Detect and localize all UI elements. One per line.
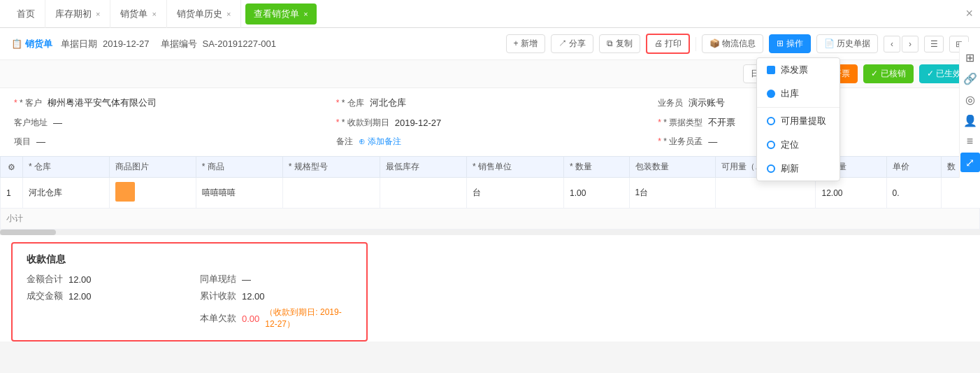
tab-view-sales-close[interactable]: × — [303, 10, 308, 18]
new-button[interactable]: + 新增 — [506, 34, 545, 53]
tab-home[interactable]: 首页 — [7, 0, 45, 28]
main-content: 📋 销货单 单据日期 2019-12-27 单据编号 SA-20191227-0… — [0, 28, 980, 342]
number-label: 单据编号 SA-20191227-001 — [161, 38, 277, 50]
address-value: — — [53, 118, 62, 128]
note-label: 备注 — [336, 136, 353, 148]
customer-row: * 客户 柳州粤港平安气体有限公司 — [14, 97, 322, 109]
row-unit: 台 — [466, 178, 563, 209]
sidebar-grid-icon[interactable]: ⊞ — [960, 48, 980, 67]
product-image — [115, 182, 135, 202]
accumulated-value: 12.00 — [242, 291, 265, 302]
row-num: 1 — [1, 178, 23, 209]
address-row: 客户地址 — — [14, 116, 322, 129]
payment-title: 收款信息 — [27, 253, 352, 266]
sidebar-circle-icon[interactable]: ◎ — [960, 90, 980, 109]
tab-sales-history-close[interactable]: × — [226, 10, 231, 18]
warehouse-row: * 仓库 河北仓库 — [336, 97, 644, 109]
col-price: 单价 — [886, 157, 941, 178]
add-note-button[interactable]: ⊕ 添加备注 — [359, 136, 401, 148]
view-toggle-1[interactable]: ☰ — [924, 36, 944, 52]
operations-button[interactable]: ⊞ 操作 — [769, 34, 810, 53]
row-img — [109, 178, 196, 209]
date-label: 单据日期 2019-12-27 — [61, 38, 150, 50]
col-settings: ⚙ — [1, 157, 23, 178]
total-value: 12.00 — [69, 274, 92, 285]
col-spec: * 规格型号 — [282, 157, 380, 178]
operations-dropdown: 添发票 出库 可用量提取 定位 刷新 — [756, 57, 840, 181]
project-label: 项目 — [14, 136, 31, 148]
row-min-stock — [380, 178, 466, 209]
table-scrollbar[interactable] — [0, 230, 980, 235]
share-button[interactable]: ↗ 分享 — [551, 34, 593, 53]
tab-inventory[interactable]: 库存期初 × — [45, 0, 110, 28]
customer-value: 柳州粤港平安气体有限公司 — [48, 97, 157, 109]
col-img: 商品图片 — [109, 157, 196, 178]
deal-label: 成交金额 — [27, 290, 63, 302]
warehouse-value: 河北仓库 — [370, 97, 406, 109]
address-label: 客户地址 — [14, 117, 48, 129]
menu-locate[interactable]: 定位 — [757, 133, 840, 157]
menu-add-invoice[interactable]: 添发票 — [757, 58, 840, 82]
sidebar-user-icon[interactable]: 👤 — [960, 111, 980, 130]
staff-label: 业务员 — [658, 97, 683, 109]
due-label: 本单欠款 — [200, 312, 236, 325]
doc-icon: 📋 — [11, 38, 22, 49]
total-label: 金额合计 — [27, 273, 63, 286]
menu-outbound[interactable]: 出库 — [757, 82, 840, 106]
tab-bar: 首页 库存期初 × 销货单 × 销货单历史 × 查看销货单 × × — [0, 0, 980, 28]
scrollbar-thumb[interactable] — [0, 230, 56, 235]
row-spec — [282, 178, 380, 209]
refresh-icon — [767, 164, 775, 173]
col-min-stock: 最低库存 — [380, 157, 466, 178]
row-product: 嘻嘻嘻嘻 — [196, 178, 282, 209]
staff2-value: — — [708, 136, 717, 147]
accumulated-row: 累计收款 12.00 — [200, 290, 352, 302]
table-row: 1 河北仓库 嘻嘻嘻嘻 台 1.00 1台 12.00 0. — [1, 178, 980, 209]
add-invoice-icon — [767, 66, 775, 74]
sidebar-expand-icon[interactable]: ⤢ — [960, 153, 980, 172]
tab-sales[interactable]: 销货单 × — [110, 0, 166, 28]
menu-refresh[interactable]: 刷新 — [757, 157, 840, 181]
same-order-label: 同单现结 — [200, 273, 236, 286]
payment-grid: 金额合计 12.00 成交金额 12.00 同单现结 — 累计收款 12.00 — [27, 273, 352, 330]
subtotal-row: 小计 — [1, 209, 980, 230]
subtotal-label: 小计 — [1, 209, 980, 230]
col-product: * 商品 — [196, 157, 282, 178]
confirmed-button[interactable]: ✓ 已核销 — [863, 64, 913, 83]
row-available — [716, 178, 816, 209]
copy-button[interactable]: ⧉ 复制 — [599, 34, 640, 53]
menu-divider — [757, 107, 840, 108]
ticket-type-label: * 票据类型 — [658, 117, 702, 129]
sidebar-list-icon[interactable]: ≡ — [960, 132, 980, 151]
menu-available-qty[interactable]: 可用量提取 — [757, 109, 840, 133]
available-qty-icon — [767, 117, 775, 125]
col-warehouse: * 仓库 — [23, 157, 110, 178]
logistics-button[interactable]: 📦 物流信息 — [702, 34, 763, 53]
project-row: 项目 — — [14, 136, 322, 148]
payment-date-label: * 收款到期日 — [336, 117, 389, 129]
close-all-button[interactable]: × — [965, 6, 973, 21]
staff2-label: * 业务员孟 — [658, 136, 702, 148]
deal-row: 成交金额 12.00 — [27, 290, 179, 302]
row-price: 0. — [886, 178, 941, 209]
staff-value: 演示账号 — [689, 97, 725, 109]
right-sidebar: ⊞ 🔗 ◎ 👤 ≡ ⤢ — [959, 42, 980, 178]
next-arrow[interactable]: › — [902, 36, 918, 52]
nav-arrows: ‹ › — [884, 36, 918, 52]
print-button[interactable]: 🖨 打印 — [646, 34, 690, 54]
sidebar-link-icon[interactable]: 🔗 — [960, 69, 980, 88]
tab-view-sales[interactable]: 查看销货单 × — [245, 3, 316, 24]
payment-date-value: 2019-12-27 — [395, 118, 442, 128]
toolbar-actions: + 新增 ↗ 分享 ⧉ 复制 🖨 打印 📦 物流信息 ⊞ 操作 📄 历史单据 ‹… — [506, 34, 969, 54]
customer-label: * 客户 — [14, 97, 42, 109]
due-extra: （收款到期日: 2019-12-27） — [265, 307, 352, 330]
col-pack-qty: 包装数量 — [629, 157, 716, 178]
history-button[interactable]: 📄 历史单据 — [816, 34, 878, 53]
tab-sales-history[interactable]: 销货单历史 × — [167, 0, 241, 28]
locate-icon — [767, 141, 775, 149]
total-amount-row: 金额合计 12.00 — [27, 273, 179, 286]
payment-info-box: 收款信息 金额合计 12.00 成交金额 12.00 同单现结 — 累计收款 — [11, 242, 368, 342]
tab-sales-close[interactable]: × — [152, 10, 156, 18]
prev-arrow[interactable]: ‹ — [884, 36, 900, 52]
tab-inventory-close[interactable]: × — [96, 10, 100, 18]
